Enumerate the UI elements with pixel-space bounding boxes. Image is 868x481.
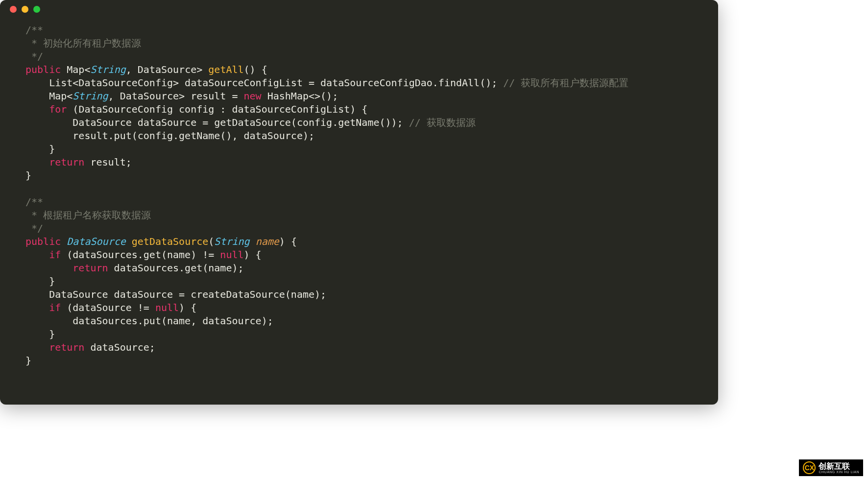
code-token: new: [244, 90, 262, 102]
code-line: }: [25, 275, 55, 287]
code-token: name: [256, 236, 279, 247]
code-line: }: [25, 169, 31, 181]
code-token: // 获取所有租户数据源配置: [503, 77, 628, 89]
code-token: HashMap<>();: [262, 90, 338, 102]
code-token: (dataSources.get(name) !=: [61, 249, 220, 261]
code-line: */: [25, 222, 43, 234]
code-token: getAll: [208, 64, 243, 75]
code-line: */: [25, 50, 43, 62]
code-line: /**: [25, 196, 43, 208]
code-token: DataSource: [138, 64, 196, 75]
window-titlebar: [0, 0, 718, 19]
code-token: DataSource: [67, 236, 125, 247]
code-token: ) {: [179, 302, 196, 313]
code-line: DataSource dataSource = getDataSource(co…: [25, 117, 409, 128]
watermark-main-text: 创新互联: [819, 462, 859, 470]
code-line: DataSource dataSource = createDataSource…: [25, 289, 326, 300]
code-token: // 获取数据源: [409, 117, 476, 128]
code-line: }: [25, 143, 55, 155]
maximize-icon[interactable]: [33, 6, 40, 13]
code-token: Map<: [25, 90, 72, 102]
watermark-logo-icon: CX: [803, 461, 816, 474]
code-token: getDataSource: [132, 236, 209, 247]
code-token: dataSource;: [84, 341, 155, 353]
code-token: ) {: [279, 236, 297, 247]
code-token: if: [25, 302, 61, 313]
code-token: [61, 236, 67, 247]
code-token: (dataSource !=: [61, 302, 155, 313]
code-token: [126, 236, 132, 247]
code-token: return: [25, 341, 84, 353]
code-editor-window: /** * 初始化所有租户数据源 */ public Map<String, D…: [0, 0, 718, 405]
code-token: [250, 236, 256, 247]
code-line: List<DataSourceConfig> dataSourceConfigL…: [25, 77, 503, 89]
code-token: for: [25, 103, 67, 115]
code-token: dataSources.get(name);: [108, 262, 244, 274]
code-token: return: [25, 262, 108, 274]
code-line: result.put(config.getName(), dataSource)…: [25, 130, 314, 142]
code-token: null: [220, 249, 243, 261]
code-content: /** * 初始化所有租户数据源 */ public Map<String, D…: [0, 19, 718, 382]
watermark-text: 创新互联 CHUANG XIN HU LIAN: [819, 462, 859, 474]
code-line: dataSources.put(name, dataSource);: [25, 315, 273, 327]
code-token: public: [25, 64, 61, 75]
code-token: null: [155, 302, 179, 313]
code-line: /**: [25, 24, 43, 36]
code-token: public: [25, 236, 61, 247]
code-token: if: [25, 249, 61, 261]
code-line: * 初始化所有租户数据源: [25, 37, 141, 49]
code-token: , DataSource> result =: [108, 90, 244, 102]
code-token: (DataSourceConfig config : dataSourceCon…: [67, 103, 367, 115]
code-token: result;: [84, 156, 131, 168]
code-token: ,: [126, 64, 138, 75]
code-token: String: [90, 64, 125, 75]
code-line: }: [25, 328, 55, 340]
watermark-sub-text: CHUANG XIN HU LIAN: [819, 470, 859, 474]
code-token: () {: [244, 64, 267, 75]
code-token: String: [72, 90, 108, 102]
code-token: ) {: [244, 249, 262, 261]
minimize-icon[interactable]: [22, 6, 28, 13]
code-token: (: [208, 236, 214, 247]
code-token: String: [214, 236, 249, 247]
code-token: return: [25, 156, 84, 168]
code-line: * 根据租户名称获取数据源: [25, 209, 151, 221]
code-token: >: [196, 64, 208, 75]
close-icon[interactable]: [10, 6, 17, 13]
watermark: CX 创新互联 CHUANG XIN HU LIAN: [799, 459, 863, 476]
code-line: }: [25, 355, 31, 366]
code-token: <: [84, 64, 90, 75]
code-token: Map: [61, 64, 84, 75]
